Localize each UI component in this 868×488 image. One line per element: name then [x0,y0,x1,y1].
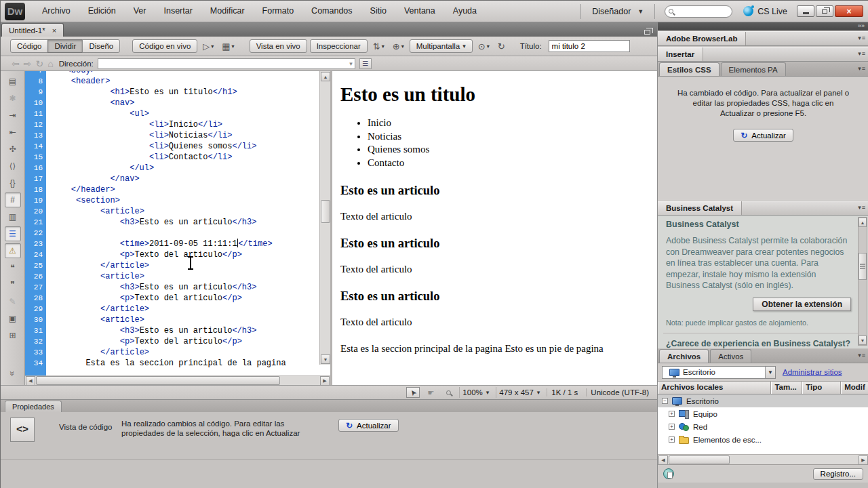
code-line[interactable]: 26 <article> [25,271,330,282]
refresh-icon[interactable]: ↻ [495,39,508,53]
multiscreen-button[interactable]: Multipantalla ▾ [410,39,473,53]
design-view-pane[interactable]: Esto es un titulo InicioNoticiasQuienes … [332,71,657,385]
business-catalyst-tab[interactable]: Business Catalyst [658,201,742,215]
code-line[interactable]: 15 <li>Contacto</li> [25,152,330,163]
minimize-button[interactable] [797,5,814,17]
view-options-icon[interactable]: ☰ [359,58,372,69]
files-horizontal-scrollbar[interactable]: ◀ ▶ [658,454,868,465]
scrollbar-thumb[interactable] [36,376,280,385]
live-code-nav-icon[interactable]: ▷▾ [200,39,216,53]
scroll-down-icon[interactable]: ▼ [321,354,330,364]
zoom-tool-icon[interactable] [441,387,455,398]
code-view-button[interactable]: Código [10,39,48,53]
tree-expander-icon[interactable]: − [662,398,668,404]
tree-expander-icon[interactable]: + [669,411,675,417]
forward-icon[interactable]: ⇨ [24,58,32,69]
collapse-selection-icon[interactable]: ⇤ [5,125,21,140]
menu-archivo[interactable]: Archivo [33,1,79,22]
format-source-chevron-icon[interactable]: » [5,365,20,382]
window-size-select[interactable]: 479 x 457 ▾ [496,387,542,398]
home-icon[interactable]: ⌂ [47,58,53,69]
document-title-input[interactable] [549,40,630,52]
tree-expander-icon[interactable]: + [669,436,675,443]
log-button[interactable]: Registro... [813,468,863,480]
syntax-error-alerts-icon[interactable]: ⚠ [5,243,21,258]
highlight-invalid-code-icon[interactable]: ▥ [5,209,21,224]
panel-menu-icon[interactable]: ≡ [858,50,865,57]
code-horizontal-scrollbar[interactable]: ◀ ▶ [25,375,330,385]
address-combo[interactable]: ▾ [98,58,355,69]
scroll-up-icon[interactable]: ▲ [321,72,330,81]
scrollbar-thumb[interactable] [321,200,330,223]
menu-sitio[interactable]: Sitio [361,1,395,22]
code-navigator-icon[interactable]: ✱ [5,91,21,106]
code-line[interactable]: 29 </article> [25,304,330,314]
cs-live-button[interactable]: CS Live [743,6,787,16]
scroll-up-icon[interactable]: ▲ [859,218,867,227]
menu-edición[interactable]: Edición [79,1,125,22]
scrollbar-thumb[interactable] [859,253,867,280]
bc-scrollbar[interactable]: ▲ ▼ [858,217,867,346]
move-code-icon[interactable]: ⊞ [5,328,21,343]
column-header-2[interactable]: Tipo [802,382,841,394]
menu-ventana[interactable]: Ventana [395,1,444,22]
cascade-windows-icon[interactable] [644,30,650,35]
code-line[interactable]: 8 <header> [25,76,330,87]
code-line[interactable]: 24 <p>Texto del articulo</p> [25,249,330,260]
menu-comandos[interactable]: Comandos [302,1,361,22]
file-management-icon[interactable]: ▦▾ [219,39,237,53]
site-select[interactable]: Escritorio ▼ [662,366,776,379]
code-line[interactable]: 7 <body> [25,71,330,76]
menu-formato[interactable]: Formato [254,1,303,22]
live-code-button[interactable]: Código en vivo [132,39,197,53]
scroll-left-icon[interactable]: ◀ [658,455,668,465]
inspect-button[interactable]: Inspeccionar [310,39,368,53]
select-tool-icon[interactable]: ➤ [406,387,420,398]
code-line[interactable]: 21 <h3>Esto es un articulo</h3> [25,217,330,228]
code-line[interactable]: 12 <li>Inicio</li> [25,119,330,130]
tab-css-0[interactable]: Estilos CSS [659,62,719,76]
properties-update-button[interactable]: ↻ Actualizar [338,419,399,432]
bc-question-link[interactable]: ¿Carece de experiencia en Business Catal… [666,339,851,348]
design-view-button[interactable]: Diseño [82,39,120,53]
open-documents-icon[interactable]: ▤ [5,74,21,89]
log-icon[interactable] [663,468,674,479]
collapse-full-tag-icon[interactable]: ⇥ [5,108,21,123]
panel-menu-icon[interactable]: ≡ [858,204,865,211]
code-lines[interactable]: 7 <body>8 <header>9 <h1>Esto es un titul… [25,71,330,369]
document-tab[interactable]: Untitled-1* × [1,23,64,37]
info-bar-icon[interactable]: ☰ [5,226,21,241]
hand-tool-icon[interactable]: ☛ [424,387,437,398]
chevron-down-icon[interactable]: ▼ [765,367,775,378]
code-line[interactable]: 25 </article> [25,260,330,271]
manage-sites-link[interactable]: Administrar sitios [783,368,842,376]
column-header-0[interactable]: Archivos locales [658,382,771,394]
balance-braces-icon[interactable]: {} [5,176,21,190]
column-header-3[interactable]: Modif [841,382,868,394]
live-view-button[interactable]: Vista en vivo [250,39,307,53]
css-update-button[interactable]: ↻ Actualizar [733,129,793,142]
browserlab-panel-header[interactable]: Adobe BrowserLab ≡ [658,31,868,46]
file-transfer-icon[interactable]: ⇅▾ [370,39,387,53]
expand-all-icon[interactable]: ✣ [5,142,21,157]
recent-snippets-icon[interactable]: ▣ [5,311,21,326]
code-line[interactable]: 34 Esta es la seccion principal de la pa… [25,358,330,369]
tree-expander-icon[interactable]: + [669,424,675,430]
remove-comment-icon[interactable]: ❞ [5,277,21,292]
refresh-icon[interactable]: ↻ [35,58,43,69]
tree-row[interactable]: − Escritorio [658,394,868,407]
files-tree[interactable]: − Escritorio + Equipo + Red + Elementos … [658,394,868,454]
tab-close-icon[interactable]: × [52,26,56,35]
menu-insertar[interactable]: Insertar [155,1,201,22]
business-catalyst-header[interactable]: Business Catalyst ≡ [658,201,868,216]
menu-ayuda[interactable]: Ayuda [444,1,486,22]
zoom-level-select[interactable]: 100% ▾ [459,387,492,398]
code-view-pane[interactable]: 7 <body>8 <header>9 <h1>Esto es un titul… [25,71,330,375]
address-input[interactable] [98,60,349,68]
code-line[interactable]: 20 <article> [25,206,330,217]
panel-menu-icon[interactable]: ≡ [858,35,865,41]
menu-ver[interactable]: Ver [125,1,155,22]
tab-files-0[interactable]: Archivos [659,349,709,363]
browserlab-tab[interactable]: Adobe BrowserLab [658,32,746,45]
tree-row[interactable]: + Equipo [658,407,868,420]
